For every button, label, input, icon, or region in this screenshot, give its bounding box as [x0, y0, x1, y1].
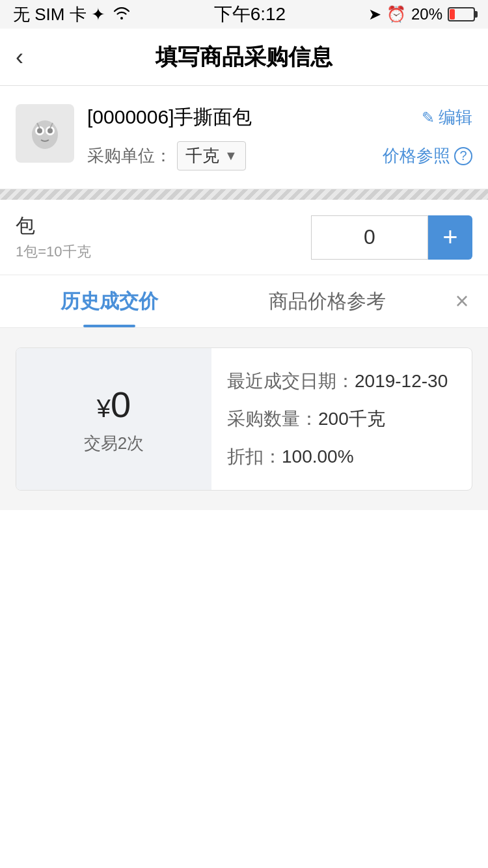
purchase-unit-label: 采购单位： — [87, 144, 172, 167]
stripe-divider — [0, 189, 488, 200]
edit-icon: ✎ — [422, 109, 435, 127]
purchase-quantity-label: 采购数量： — [227, 409, 318, 429]
product-card: [0000006]手撕面包 ✎ 编辑 采购单位： 千克 ▼ 价格参照 ? — [0, 86, 488, 189]
history-card-right: 最近成交日期：2019-12-30 采购数量：200千克 折扣：100.00% — [211, 348, 472, 490]
dropdown-arrow-icon: ▼ — [224, 148, 237, 163]
history-price-value: ¥0 — [97, 383, 131, 426]
no-sim-text: 无 SIM 卡 ✦ — [13, 3, 105, 26]
location-icon: ➤ — [368, 5, 381, 23]
status-left: 无 SIM 卡 ✦ — [13, 3, 131, 26]
purchase-quantity-row: 采购数量：200千克 — [227, 405, 456, 433]
quantity-input-group: + — [311, 215, 472, 260]
currency-symbol: ¥ — [97, 395, 111, 422]
edit-label: 编辑 — [439, 106, 472, 129]
discount-label: 折扣： — [227, 446, 282, 467]
history-card-left: ¥0 交易2次 — [16, 348, 211, 490]
history-trades-count: 交易2次 — [84, 432, 144, 455]
wifi-icon — [112, 5, 131, 25]
recent-date-label: 最近成交日期： — [227, 371, 355, 391]
discount-value: 100.00% — [282, 446, 354, 467]
quantity-conversion: 1包=10千克 — [16, 242, 91, 262]
quantity-row: 包 1包=10千克 + — [0, 200, 488, 275]
recent-date-row: 最近成交日期：2019-12-30 — [227, 368, 456, 395]
tab-history-price[interactable]: 历史成交价 — [0, 275, 218, 327]
alarm-icon: ⏰ — [386, 5, 406, 23]
panel-tabs: 历史成交价 商品价格参考 × — [0, 275, 488, 328]
svg-point-0 — [32, 120, 58, 149]
recent-date-value: 2019-12-30 — [355, 371, 448, 391]
quantity-unit: 包 — [16, 213, 91, 239]
back-button[interactable]: ‹ — [16, 44, 23, 71]
history-price-card: ¥0 交易2次 最近成交日期：2019-12-30 采购数量：200千克 折扣：… — [16, 347, 472, 491]
nav-bar: ‹ 填写商品采购信息 — [0, 29, 488, 86]
bottom-space — [0, 510, 488, 868]
quantity-label-group: 包 1包=10千克 — [16, 213, 91, 262]
product-image — [16, 104, 74, 163]
price-ref-label: 价格参照 — [383, 144, 450, 167]
quantity-plus-button[interactable]: + — [428, 215, 472, 260]
battery-icon — [448, 7, 475, 21]
quantity-input[interactable] — [311, 215, 428, 260]
edit-button[interactable]: ✎ 编辑 — [422, 106, 472, 129]
unit-value: 千克 — [185, 144, 219, 167]
price-reference-button[interactable]: 价格参照 ? — [383, 144, 472, 167]
page-title: 填写商品采购信息 — [156, 42, 332, 72]
history-content: ¥0 交易2次 最近成交日期：2019-12-30 采购数量：200千克 折扣：… — [0, 328, 488, 510]
price-ref-help-icon: ? — [454, 147, 472, 165]
status-bar: 无 SIM 卡 ✦ 下午6:12 ➤ ⏰ 20% — [0, 0, 488, 29]
status-time: 下午6:12 — [214, 2, 286, 27]
svg-point-3 — [37, 128, 42, 133]
product-name: [0000006]手撕面包 — [87, 104, 252, 131]
purchase-quantity-value: 200千克 — [318, 409, 385, 429]
status-right: ➤ ⏰ 20% — [368, 5, 475, 23]
svg-point-4 — [47, 128, 53, 133]
product-info: [0000006]手撕面包 ✎ 编辑 采购单位： 千克 ▼ 价格参照 ? — [87, 104, 472, 170]
panel-close-button[interactable]: × — [436, 275, 488, 327]
discount-row: 折扣：100.00% — [227, 443, 456, 470]
battery-percent: 20% — [411, 5, 442, 23]
price-number: 0 — [111, 384, 131, 425]
unit-select[interactable]: 千克 ▼ — [177, 141, 246, 170]
tab-product-price-ref[interactable]: 商品价格参考 — [218, 275, 436, 327]
